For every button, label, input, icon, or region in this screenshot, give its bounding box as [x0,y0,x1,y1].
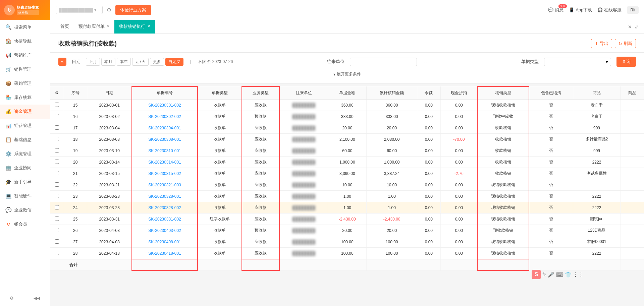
tab-prepay[interactable]: 预付款应付单 ✕ [74,20,114,34]
sidebar-label-sales: 销售管理 [14,66,32,72]
cell-checkbox[interactable] [50,202,64,213]
bill-no-link[interactable]: SK-20230315-002 [148,171,181,176]
sidebar-item-wechat[interactable]: 💬 企业微信 [0,203,50,217]
bill-no-link[interactable]: SK-20230408-001 [148,240,181,244]
topbar-gear-btn[interactable]: ⚙ [107,7,111,13]
expand-more-btn[interactable]: ▾ 展开更多条件 [331,69,363,79]
cell-no: 27 [64,236,87,248]
filter-7days-btn[interactable]: 近7天 [132,58,149,66]
bill-no-link[interactable]: SK-20230331-002 [148,217,181,222]
filter-more-btn[interactable]: 更多 [150,58,164,66]
sidebar-label-inventory: 库存核算 [14,95,32,101]
filter-this-month-btn[interactable]: 本月 [101,58,115,66]
bill-no-link[interactable]: SK-20230301-002 [148,103,181,108]
sidebar: 6 畅康道好生意 标推版 🔍 搜索菜单 🏠 快捷导航 📢 营销推广 🛒 销售管理… [0,0,50,306]
sidebar-item-purchase[interactable]: 📦 采购管理 [0,76,50,90]
sidebar-item-system[interactable]: ⚙️ 系统管理 [0,147,50,161]
cell-goods: 2222 [573,202,621,213]
cell-checkbox[interactable] [50,145,64,157]
cell-bill-no: SK-20230301-002 [132,100,198,111]
cell-checkbox[interactable] [50,213,64,225]
filter-area: » 日期 上月 本月 本年 近7天 更多 自定义 | 不限 至 2023-07-… [50,53,644,83]
sidebar-item-operations[interactable]: 📊 经营管理 [0,119,50,133]
cell-checkbox[interactable] [50,248,64,259]
tab-receipt-exec[interactable]: 收款核销执行 ✕ [114,20,155,34]
bill-no-link[interactable]: SK-20230314-001 [148,160,181,165]
cell-write-off-type: 现结收款核销 [478,248,529,259]
sidebar-item-marketing[interactable]: 📢 营销推广 [0,48,50,62]
cell-checkbox[interactable] [50,134,64,145]
cell-goods2 [621,248,644,259]
cell-checkbox[interactable] [50,236,64,248]
filter-last-month-btn[interactable]: 上月 [86,58,100,66]
sidebar-item-inventory[interactable]: 🏪 库存核算 [0,90,50,105]
purchase-icon: 📦 [5,80,11,86]
sidebar-settings-btn[interactable]: ⚙ [7,293,16,303]
sidebar-item-sales[interactable]: 🛒 销售管理 [0,62,50,76]
topbar-select[interactable]: ████████████ ▾ [56,6,103,14]
footer-biz-type [242,259,279,270]
message-btn[interactable]: 💬 消息 99+ [548,7,564,13]
tab-home-label: 首页 [60,23,69,29]
cell-checkbox[interactable] [50,111,64,122]
bill-no-link[interactable]: SK-20230328-002 [148,205,181,210]
bill-no-link[interactable]: SK-20230403-002 [148,228,181,233]
cell-total-write-off: 100.00 [367,248,417,259]
filter-collapse-btn[interactable]: » [58,58,66,66]
cell-biz-type: 预收款 [242,225,279,236]
filter-date-label: 日期 [72,59,80,65]
cell-checkbox[interactable] [50,122,64,134]
sidebar-item-member[interactable]: V 畅会员 [0,217,50,231]
filter-dots-btn[interactable]: ··· [422,58,427,65]
cell-checkbox[interactable] [50,157,64,168]
col-no: 序号 [64,86,87,100]
main-area: ████████████ ▾ ⚙ 体验行业方案 💬 消息 99+ 📱 App下载… [50,0,644,306]
bill-no-link[interactable]: SK-20230418-001 [148,251,181,256]
bill-no-link[interactable]: SK-20230321-003 [148,183,181,187]
cell-include-settled: 否 [529,111,573,122]
cell-checkbox[interactable] [50,168,64,179]
filter-custom-btn[interactable]: 自定义 [165,58,183,66]
sidebar-item-basic[interactable]: 📋 基础信息 [0,133,50,147]
sidebar-collapse-btn[interactable]: ◀◀ [31,293,43,303]
cell-bill-amount: 2,100.00 [328,134,367,145]
sidebar-bottom: ⚙ ◀◀ [0,290,50,306]
bill-no-link[interactable]: SK-20230302-002 [148,114,181,119]
close-window-btn[interactable]: ✕ [628,24,632,29]
bill-no-link[interactable]: SK-20230328-001 [148,194,181,199]
tab-prepay-close[interactable]: ✕ [107,24,110,28]
cell-checkbox[interactable] [50,179,64,191]
sidebar-item-hardware[interactable]: 💻 智能硬件 [0,189,50,203]
tab-home[interactable]: 首页 [56,20,74,34]
solution-button[interactable]: 体验行业方案 [115,5,151,15]
cell-biz-type: 应收款 [242,145,279,157]
maximize-btn[interactable]: ⤢ [635,24,639,29]
filter-counterparty-input[interactable] [350,58,417,66]
online-service-btn[interactable]: 🎧 在线客服 [597,7,622,13]
bill-no-link[interactable]: SK-20230308-001 [148,137,181,142]
refresh-button[interactable]: ↻ 刷新 [615,39,636,48]
query-button[interactable]: 查询 [616,57,636,67]
sidebar-item-quicknav[interactable]: 🏠 快捷导航 [0,34,50,48]
export-button[interactable]: ⬆ 导出 [591,39,612,48]
filter-counterparty-label: 往来单位 [327,59,344,65]
tab-receipt-exec-close[interactable]: ✕ [147,24,150,28]
cell-checkbox[interactable] [50,191,64,202]
sidebar-item-enterprise[interactable]: 🏢 企业协同 [0,161,50,175]
filter-this-year-btn[interactable]: 本年 [117,58,131,66]
sidebar-label-operations: 经营管理 [14,123,32,129]
sidebar-item-finance[interactable]: 💰 资金管理 [0,105,50,119]
sidebar-item-guide[interactable]: 🎓 新手引导 [0,175,50,189]
bill-no-link[interactable]: SK-20230304-001 [148,126,181,130]
cell-checkbox[interactable] [50,100,64,111]
guide-icon: 🎓 [5,179,11,185]
app-download-btn[interactable]: 📱 App下载 [569,7,592,13]
col-gear[interactable]: ⚙ [50,86,64,100]
cell-checkbox[interactable] [50,225,64,236]
filter-receipt-type-select[interactable]: ▾ [544,58,611,66]
bill-no-link[interactable]: SK-20230310-001 [148,148,181,153]
cell-biz-type: 应收款 [242,191,279,202]
cell-include-settled: 否 [529,134,573,145]
sidebar-item-search[interactable]: 🔍 搜索菜单 [0,20,50,34]
cell-counterparty: ████████ [279,202,328,213]
